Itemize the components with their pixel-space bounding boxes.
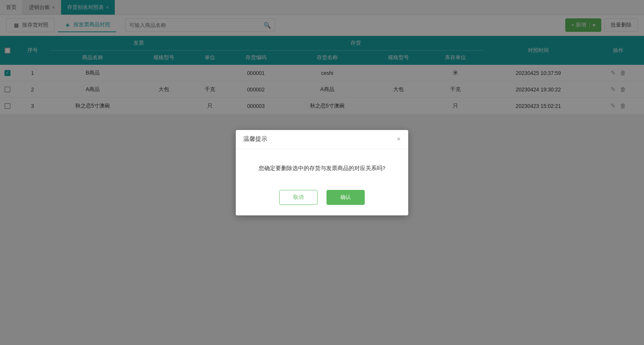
modal-title: 温馨提示 (243, 135, 267, 143)
modal-close-icon[interactable]: × (397, 136, 401, 142)
btn-confirm-label: 确认 (340, 194, 351, 200)
btn-cancel[interactable]: 取消 (279, 190, 318, 205)
modal-overlay[interactable]: 温馨提示 × 您确定要删除选中的存货与发票商品的对应关系吗? 取消 确认 (0, 0, 644, 345)
modal-footer: 取消 确认 (236, 184, 408, 215)
modal-header: 温馨提示 × (236, 130, 408, 149)
modal-message: 您确定要删除选中的存货与发票商品的对应关系吗? (259, 165, 385, 171)
btn-cancel-label: 取消 (293, 194, 304, 200)
modal-body: 您确定要删除选中的存货与发票商品的对应关系吗? (236, 149, 408, 184)
btn-confirm[interactable]: 确认 (326, 190, 365, 205)
modal: 温馨提示 × 您确定要删除选中的存货与发票商品的对应关系吗? 取消 确认 (236, 130, 408, 215)
